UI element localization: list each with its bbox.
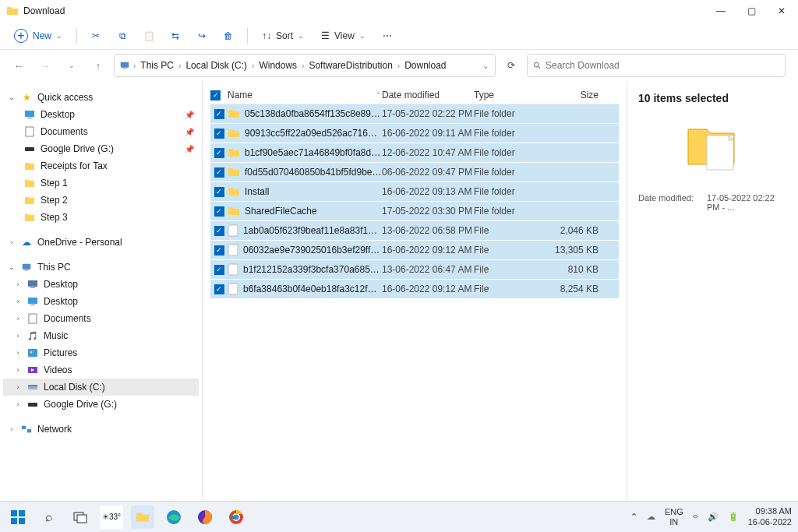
table-row[interactable]: SharedFileCache 17-05-2022 03:30 PM File… <box>210 202 619 221</box>
details-heading: 10 items selected <box>638 92 787 104</box>
sidebar-pc-item[interactable]: ›Desktop <box>3 276 199 293</box>
column-size[interactable]: Size <box>544 90 598 100</box>
folder-icon <box>228 205 240 217</box>
select-all-checkbox[interactable] <box>210 89 228 100</box>
sidebar-quick-item[interactable]: Step 2 <box>3 192 199 209</box>
recent-button[interactable]: ⌄ <box>61 55 83 76</box>
crumb-2[interactable]: Windows <box>257 60 298 71</box>
search-button[interactable]: ⌕ <box>37 506 61 529</box>
explorer-app[interactable] <box>131 506 154 529</box>
crumb-0[interactable]: This PC <box>139 60 175 71</box>
row-checkbox[interactable] <box>210 226 228 236</box>
table-row[interactable]: b6fa38463b0f4e0eb18fa3c12f4056b88... 16-… <box>210 280 619 299</box>
sidebar-onedrive[interactable]: › ☁ OneDrive - Personal <box>3 234 199 251</box>
table-row[interactable]: 90913cc5ff22a09ed526ac7161c45888 16-06-2… <box>210 124 619 143</box>
sidebar-pc-item[interactable]: ›🎵Music <box>3 327 199 344</box>
firefox-app[interactable] <box>193 506 217 529</box>
weather-widget[interactable]: ☀33° <box>100 506 123 529</box>
table-row[interactable]: f0d55d070460850b41bf5fd9bee40d45 06-06-2… <box>210 163 619 182</box>
sidebar-quick-item[interactable]: Step 3 <box>3 209 199 226</box>
minimize-button[interactable]: — <box>716 5 726 16</box>
table-row[interactable]: b1f212152a339f3bcfa370a685e148e72... 13-… <box>210 260 619 280</box>
language-indicator[interactable]: ENGIN <box>665 507 683 526</box>
volume-icon[interactable]: 🔊 <box>708 512 719 522</box>
sidebar-quick-access[interactable]: ⌄ ★ Quick access <box>3 89 199 106</box>
svg-rect-22 <box>228 225 238 236</box>
sidebar-quick-item[interactable]: Receipts for Tax <box>3 157 199 174</box>
sidebar-pc-item[interactable]: ›Local Disk (C:) <box>3 379 199 396</box>
copy-button[interactable]: ⧉ <box>111 25 133 47</box>
file-area: Name⌃ Date modified Type Size 05c138da0f… <box>203 81 798 512</box>
table-row[interactable]: Install 16-06-2022 09:13 AM File folder <box>210 182 619 202</box>
table-row[interactable]: b1cf90e5aec71a46849bf0fa8da2382a 12-06-2… <box>210 143 619 163</box>
clock[interactable]: 09:38 AM16-06-2022 <box>748 506 792 527</box>
view-button[interactable]: ☰ View ⌄ <box>315 27 372 44</box>
chevron-up-icon[interactable]: ⌃ <box>630 512 637 522</box>
column-name[interactable]: Name⌃ <box>228 90 382 100</box>
back-button[interactable]: ← <box>8 55 30 76</box>
sidebar-pc-item[interactable]: ›Pictures <box>3 344 199 361</box>
taskview-button[interactable] <box>69 506 92 529</box>
file-name: 06032ae9e739025016b3ef29ffcf67191... <box>243 245 382 255</box>
sidebar-pc-item[interactable]: ›Google Drive (G:) <box>3 396 199 413</box>
start-button[interactable] <box>6 506 30 529</box>
table-row[interactable]: 1ab0a05f623f9beaf11e8a83f1cbfa0e1c... 13… <box>210 221 619 241</box>
crumb-4[interactable]: Download <box>403 60 447 71</box>
chrome-app[interactable] <box>224 506 248 529</box>
row-checkbox[interactable] <box>210 187 228 197</box>
file-icon <box>228 283 238 295</box>
row-checkbox[interactable] <box>210 167 228 178</box>
refresh-button[interactable]: ⟳ <box>500 55 522 76</box>
sidebar-quick-item[interactable]: Google Drive (G:)📌 <box>3 140 199 157</box>
forward-button[interactable]: → <box>34 55 56 76</box>
close-button[interactable]: ✕ <box>778 5 786 16</box>
share-button[interactable]: ↪ <box>191 25 213 47</box>
row-checkbox[interactable] <box>210 284 228 294</box>
sidebar-pc-item[interactable]: ›Desktop <box>3 293 199 310</box>
row-checkbox[interactable] <box>210 265 228 275</box>
svg-rect-20 <box>22 426 26 429</box>
sidebar-network[interactable]: › Network <box>3 421 199 438</box>
column-date[interactable]: Date modified <box>382 90 474 100</box>
table-row[interactable]: 05c138da0fba8654ff135c8e8903233f 17-05-2… <box>210 104 619 124</box>
table-row[interactable]: 06032ae9e739025016b3ef29ffcf67191... 16-… <box>210 241 619 260</box>
crumb-3[interactable]: SoftwareDistribution <box>307 60 394 71</box>
battery-icon[interactable]: 🔋 <box>728 512 739 522</box>
breadcrumb[interactable]: › This PC › Local Disk (C:) › Windows › … <box>114 54 496 77</box>
file-type: File folder <box>474 108 544 119</box>
chevron-down-icon: ⌄ <box>8 93 16 101</box>
row-checkbox[interactable] <box>210 206 228 217</box>
new-button[interactable]: + New ⌄ <box>8 26 69 46</box>
sidebar-pc-item[interactable]: ›Documents <box>3 310 199 327</box>
row-checkbox[interactable] <box>210 245 228 255</box>
sidebar-quick-item[interactable]: Desktop📌 <box>3 106 199 123</box>
chevron-down-icon[interactable]: ⌄ <box>482 62 489 70</box>
delete-button[interactable]: 🗑 <box>217 25 239 47</box>
sidebar-quick-item[interactable]: Step 1 <box>3 174 199 192</box>
onedrive-tray-icon[interactable]: ☁ <box>647 512 655 522</box>
item-icon <box>23 143 36 155</box>
maximize-button[interactable]: ▢ <box>747 5 756 16</box>
column-type[interactable]: Type <box>474 90 544 100</box>
row-checkbox[interactable] <box>210 129 228 139</box>
item-icon <box>23 177 36 189</box>
file-size: 13,305 KB <box>544 245 598 255</box>
cut-button[interactable]: ✂ <box>85 25 107 47</box>
search-input[interactable] <box>546 60 779 71</box>
rename-button[interactable]: ⇆ <box>164 25 186 47</box>
wifi-icon[interactable]: ⌔ <box>693 513 698 522</box>
edge-app[interactable] <box>162 506 185 529</box>
paste-button[interactable]: 📋 <box>138 25 160 47</box>
row-checkbox[interactable] <box>210 148 228 158</box>
row-checkbox[interactable] <box>210 109 228 119</box>
sort-button[interactable]: ↑↓ Sort ⌄ <box>256 27 310 44</box>
sidebar-quick-item[interactable]: Documents📌 <box>3 123 199 140</box>
up-button[interactable]: ↑ <box>87 55 109 76</box>
search-box[interactable]: ⚲ <box>527 54 786 77</box>
crumb-1[interactable]: Local Disk (C:) <box>184 60 249 71</box>
more-button[interactable]: ⋯ <box>376 25 398 47</box>
sidebar-pc-item[interactable]: ›Videos <box>3 361 199 379</box>
sidebar-this-pc[interactable]: ⌄ This PC <box>3 259 199 276</box>
weather-icon: ☀ <box>102 513 109 521</box>
separator <box>76 28 77 44</box>
